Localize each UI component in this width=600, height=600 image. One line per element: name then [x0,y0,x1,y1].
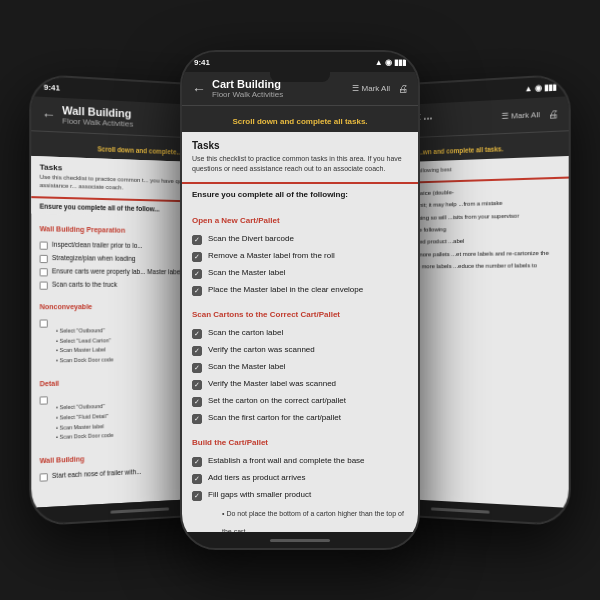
center-home-bar [182,532,418,548]
checkbox-scan-4[interactable] [192,380,202,390]
left-back-button[interactable]: ← [42,106,56,123]
item-scan-2: Verify the carton was scanned [208,345,315,355]
center-scroll-hint-text: Scroll down and complete all tasks. [232,117,367,126]
item-text-4: Scan carts to the truck [52,280,117,289]
checkbox-scan-6[interactable] [192,414,202,424]
center-print-icon[interactable]: 🖨 [398,83,408,94]
checkbox-scan-5[interactable] [192,397,202,407]
center-ensure-text: Ensure you complete all of the following… [182,184,418,205]
center-section-scan: Scan Cartons to the Correct Cart/Pallet [182,299,418,325]
list-item: Establish a front wall and complete the … [192,453,408,470]
item-build-2: Add tiers as product arrives [208,473,305,483]
list-item: Remove a Master label from the roll [192,248,408,265]
left-section-1-title: Wall Building Preparation [40,225,126,234]
left-home-indicator [110,507,169,513]
center-section-open-title: Open a New Cart/Pallet [192,216,280,225]
list-item: Scan the carton label [192,325,408,342]
item-scan-3: Scan the Master label [208,362,285,372]
checkbox-build-2[interactable] [192,474,202,484]
checkbox-scan-1[interactable] [192,329,202,339]
checkbox-2[interactable] [40,254,48,262]
item-open-3: Scan the Master label [208,268,285,278]
center-back-button[interactable]: ← [192,81,206,97]
list-item: Set the carton on the correct cart/palle… [192,393,408,410]
item-open-4: Place the Master label in the clear enve… [208,285,363,295]
left-status-time: 9:41 [44,82,60,92]
left-scroll-hint-text: Scroll down and complete... [97,145,181,155]
bullet-d4: Scan Dock Door code [56,431,113,443]
checkbox-w1[interactable] [40,473,48,482]
list-item: Scan the Master label [192,359,408,376]
right-mark-all-icon: ☰ [501,112,508,121]
center-content: Tasks Use this checklist to practice com… [182,132,418,532]
item-open-2: Remove a Master label from the roll [208,251,335,261]
right-mark-all-label: Mark All [511,110,540,121]
checkbox-scan-3[interactable] [192,363,202,373]
item-text-w1: Start each nose of trailer with... [52,468,142,481]
checkbox-open-3[interactable] [192,269,202,279]
center-mark-all-icon: ☰ [352,84,359,93]
item-build-1: Establish a front wall and complete the … [208,456,365,466]
center-home-indicator [270,539,330,542]
item-text-2: Strategize/plan when loading [52,254,136,263]
bullet-nc4: Scan Dock Door code [56,355,113,366]
item-text-1: Inspect/clean trailer prior to lo... [52,240,143,250]
item-scan-6: Scan the first carton for the cart/palle… [208,413,341,423]
center-section-build-title: Build the Cart/Pallet [192,438,268,447]
list-item: Fill gaps with smaller product • Do not … [192,487,408,532]
item-scan-5: Set the carton on the correct cart/palle… [208,396,346,406]
checkbox-build-1[interactable] [192,457,202,467]
center-tasks-title: Tasks [192,140,408,151]
item-build-3-sub: • Do not place the bottom of a carton hi… [222,510,404,532]
left-wall-title: Wall Building [40,455,85,464]
right-scroll-hint-text: ...wn and complete all tasks. [418,145,504,155]
right-print-icon[interactable]: 🖨 [548,108,558,120]
checkbox-open-1[interactable] [192,235,202,245]
checkbox-3[interactable] [40,268,48,276]
list-item: Scan the Master label [192,265,408,282]
center-scroll-hint: Scroll down and complete all tasks. [182,106,418,132]
list-item: Verify the Master label was scanned [192,376,408,393]
item-open-1: Scan the Divert barcode [208,234,294,244]
center-build-items: Establish a front wall and complete the … [182,453,418,532]
list-item: Add tiers as product arrives [192,470,408,487]
center-open-items: Scan the Divert barcode Remove a Master … [182,231,418,299]
list-item: Verify the carton was scanned [192,342,408,359]
center-scan-items: Scan the carton label Verify the carton … [182,325,418,427]
center-mark-all-label: Mark All [362,84,390,93]
list-item: Scan the first carton for the cart/palle… [192,410,408,427]
center-status-icons: ▲ ◉ ▮▮▮ [375,58,406,67]
right-home-indicator [431,507,490,513]
center-status-time: 9:41 [194,58,210,67]
center-section-scan-title: Scan Cartons to the Correct Cart/Pallet [192,310,340,319]
bullet-nc1: Select "Outbound" [56,326,113,336]
checkbox-d1[interactable] [40,396,48,404]
center-section-build: Build the Cart/Pallet [182,427,418,453]
checkbox-open-2[interactable] [192,252,202,262]
checkbox-4[interactable] [40,281,48,289]
list-item: Scan the Divert barcode [192,231,408,248]
right-mark-all-button[interactable]: ☰ Mark All [501,110,540,121]
center-mark-all-button[interactable]: ☰ Mark All [352,84,390,93]
left-nonconv-title: Nonconveyable [40,303,93,310]
center-tasks-desc: Use this checklist to practice common ta… [192,154,408,174]
checkbox-open-4[interactable] [192,286,202,296]
center-phone: 9:41 ▲ ◉ ▮▮▮ ← Cart Building Floor Walk … [180,50,420,550]
center-screen: 9:41 ▲ ◉ ▮▮▮ ← Cart Building Floor Walk … [182,52,418,548]
center-status-bar: 9:41 ▲ ◉ ▮▮▮ [182,52,418,72]
list-item: Place the Master label in the clear enve… [192,282,408,299]
right-status-icons: ▲ ◉ ▮▮▮ [524,82,556,93]
checkbox-build-3[interactable] [192,491,202,501]
item-text-3: Ensure carts were properly lab... Master… [52,267,200,277]
checkbox-nc1[interactable] [40,319,48,327]
center-section-open: Open a New Cart/Pallet [182,205,418,231]
center-tasks-intro: Tasks Use this checklist to practice com… [182,132,418,184]
left-detail-title: Detail [40,379,60,387]
center-header-subtitle: Floor Walk Activities [212,90,283,99]
center-notch [270,70,330,82]
item-scan-1: Scan the carton label [208,328,283,338]
checkbox-scan-2[interactable] [192,346,202,356]
checkbox-1[interactable] [40,241,48,249]
item-build-3: Fill gaps with smaller product [208,490,408,500]
item-scan-4: Verify the Master label was scanned [208,379,336,389]
